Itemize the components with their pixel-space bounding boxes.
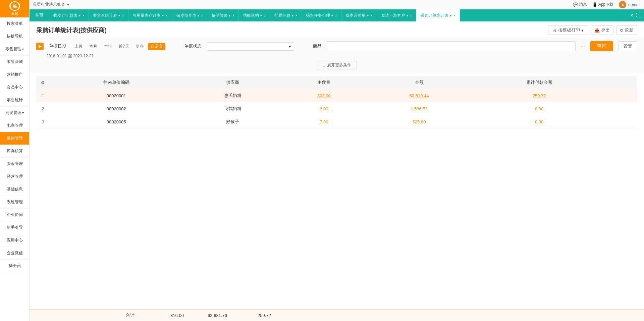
sidebar-item-采购管理[interactable]: 采购管理 [0, 132, 29, 145]
nav-close-icon[interactable]: × [630, 12, 633, 18]
nav-tab-5[interactable]: 功能说明▾× [239, 9, 270, 21]
sidebar-item-批发管理[interactable]: 批发管理▾ [0, 107, 29, 119]
sidebar-item-搜索菜单[interactable]: 搜索菜单 [0, 17, 29, 30]
sidebar-item-畅会员[interactable]: 畅会员 [0, 260, 29, 272]
cell-paid-2[interactable]: 0.00 [473, 115, 606, 128]
nav-tab-4[interactable]: 超储预警▾× [207, 9, 239, 21]
tab-close-0[interactable]: × [83, 14, 85, 17]
tab-close-6[interactable]: × [296, 14, 298, 17]
nav-maximize-icon[interactable]: ⛶ [636, 12, 641, 18]
export-button[interactable]: 📤 导出 [591, 25, 613, 35]
tab-label-7: 拣货任务管理 [306, 13, 330, 18]
sidebar-item-label: 零售统计 [7, 98, 23, 102]
tab-close-3[interactable]: × [201, 14, 203, 17]
sidebar-item-label: 营销推广 [7, 72, 23, 77]
date-range-display: 2016-01-01 至 2023-12-31 [46, 53, 94, 59]
shortcut-last-month[interactable]: 上月 [72, 43, 85, 50]
col-header-amount: 金额 [366, 76, 473, 89]
cell-amount-2[interactable]: 525.80 [366, 115, 473, 128]
logo-icon: 畅 [9, 1, 20, 11]
message-button[interactable]: 💬 消息 [573, 2, 587, 7]
sidebar-item-资金管理[interactable]: 资金管理 [0, 158, 29, 170]
cell-amount-0[interactable]: 60,519.44 [366, 89, 473, 102]
filter-expand-button[interactable]: ▶ [36, 43, 44, 50]
nav-tab-1[interactable]: 要货单统计表▾× [89, 9, 128, 21]
goods-more-icon[interactable]: ··· [581, 44, 585, 49]
shortcut-this-month[interactable]: 本月 [87, 43, 100, 50]
shortcut-this-year[interactable]: 本年 [101, 43, 115, 50]
sidebar-item-零售统计[interactable]: 零售统计 [0, 94, 29, 107]
sidebar-item-应用中心[interactable]: 应用中心 [0, 234, 29, 247]
print-button[interactable]: 🖨 按模板打印 ▾ [548, 25, 588, 35]
cell-qty-0[interactable]: 303.00 [282, 89, 366, 102]
shortcut-more[interactable]: 更多 [133, 43, 147, 50]
nav-tab-8[interactable]: 成本调整单▾× [341, 9, 377, 21]
tab-close-2[interactable]: × [166, 14, 168, 17]
sidebar-item-快捷导航[interactable]: 快捷导航 [0, 30, 29, 43]
tab-close-10[interactable]: × [453, 14, 455, 17]
tab-close-8[interactable]: × [371, 14, 373, 17]
cell-extra-2 [606, 115, 637, 128]
cell-extra-0 [606, 89, 637, 102]
tab-label-2: 可用量库存账本 [132, 13, 161, 18]
nav-tab-7[interactable]: 拣货任务管理▾× [302, 9, 341, 21]
refresh-icon: ↻ [620, 28, 624, 33]
cell-no-2: 3 [36, 115, 50, 128]
sidebar-item-库存核算[interactable]: 库存核算 [0, 145, 29, 158]
nav-tab-3[interactable]: 保质期查询▾× [172, 9, 208, 21]
expand-more-button[interactable]: ⌄ 展开更多条件 [317, 61, 357, 69]
nav-tab-0[interactable]: 收发存汇总表▾× [49, 9, 89, 21]
nav-tab-10[interactable]: 采购订单统计表▾× [416, 9, 460, 21]
tab-arrow-4: ▾ [229, 14, 230, 17]
sidebar-item-企业协同[interactable]: 企业协同 [0, 209, 29, 221]
nav-tab-9[interactable]: 邀请下游客户▾× [377, 9, 417, 21]
sidebar-item-经营管理[interactable]: 经营管理 [0, 170, 29, 183]
cell-paid-1[interactable]: 0.00 [473, 102, 606, 115]
cell-code-0: 00020001 [50, 89, 183, 102]
tab-arrow-8: ▾ [367, 14, 369, 17]
data-table: ⚙ 往来单位编码 供应商 主数量 金额 累计付款金额 1 00020001 惠氏… [36, 76, 637, 128]
sidebar-item-label: 系统管理 [7, 200, 23, 204]
sidebar-item-电商管理[interactable]: 电商管理 [0, 119, 29, 132]
sidebar-item-基础信息[interactable]: 基础信息 [0, 183, 29, 196]
footer-qty-cell: 316.00 [157, 313, 197, 318]
sidebar-item-label: 零售管理 [5, 47, 21, 51]
cell-paid-0[interactable]: 259.72 [473, 89, 606, 102]
sidebar-item-零售管理[interactable]: 零售管理▾ [0, 43, 29, 56]
tab-close-5[interactable]: × [264, 14, 266, 17]
sidebar-item-label: 经营管理 [7, 174, 23, 179]
sidebar-item-label: 企业微信 [7, 251, 23, 255]
sidebar-item-企业微信[interactable]: 企业微信 [0, 247, 29, 260]
sidebar-item-会员中心[interactable]: 会员中心 [0, 81, 29, 94]
sidebar-item-营销推广[interactable]: 营销推广 [0, 68, 29, 81]
tab-close-4[interactable]: × [232, 14, 234, 17]
nav-tab-2[interactable]: 可用量库存账本▾× [128, 9, 172, 21]
username: demo2 [628, 2, 641, 7]
export-icon: 📤 [594, 28, 600, 33]
sidebar-item-零售商城[interactable]: 零售商城 [0, 56, 29, 68]
nav-tab-6[interactable]: 配置信息▾× [270, 9, 302, 21]
cell-amount-1[interactable]: 1,586.52 [366, 102, 473, 115]
cell-qty-2[interactable]: 7.00 [282, 115, 366, 128]
settings-button[interactable]: 设置 [619, 41, 637, 51]
refresh-button[interactable]: ↻ 刷新 [616, 25, 637, 35]
query-button[interactable]: 查询 [590, 41, 613, 51]
tab-close-1[interactable]: × [122, 14, 124, 17]
cell-qty-1[interactable]: 6.00 [282, 102, 366, 115]
tab-close-9[interactable]: × [410, 14, 412, 17]
sidebar-item-系统管理[interactable]: 系统管理 [0, 196, 29, 209]
nav-home[interactable]: 首页 [30, 9, 49, 21]
user-area: E demo2 [619, 1, 641, 8]
app-download-button[interactable]: 📱 App下载 [592, 2, 613, 7]
goods-input[interactable] [327, 41, 576, 51]
tab-close-7[interactable]: × [335, 14, 337, 17]
gear-icon[interactable]: ⚙ [41, 80, 45, 85]
company-name: 母婴行业演示账套 [33, 2, 65, 7]
filter-row-1: ▶ 单据日期 上月 本月 本年 近7天 更多 自定义 单据状态 ▾ [36, 41, 637, 51]
custom-date-badge[interactable]: 自定义 [148, 43, 165, 50]
status-select[interactable]: ▾ [207, 42, 294, 51]
shortcut-7days[interactable]: 近7天 [116, 43, 132, 50]
logo-area: 畅 标题 [0, 0, 29, 17]
company-dropdown-icon[interactable]: ▾ [67, 2, 69, 7]
sidebar-item-新手引导[interactable]: 新手引导 [0, 221, 29, 234]
